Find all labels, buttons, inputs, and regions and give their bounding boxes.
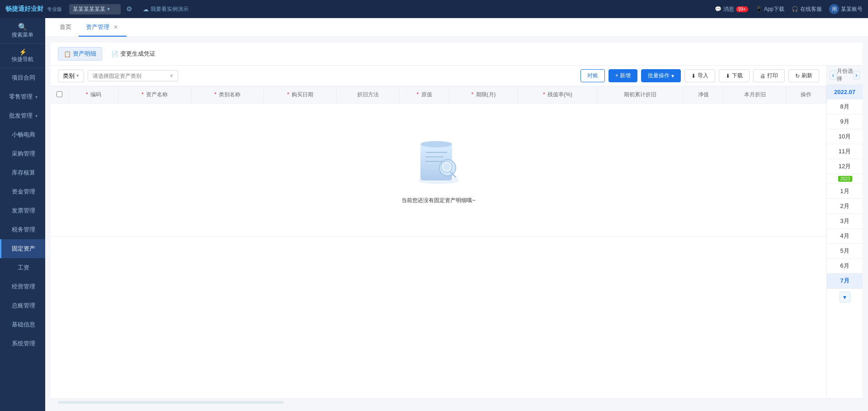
sidebar-item-project-contract[interactable]: 项目合同: [0, 68, 45, 87]
headset-icon: 🎧: [792, 6, 798, 12]
tab-close-btn[interactable]: ✕: [112, 24, 119, 31]
empty-state: 当前您还没有固定资产明细哦~: [54, 108, 823, 231]
empty-illustration: [407, 135, 470, 189]
company-name: 某某某某某某: [73, 5, 105, 13]
sidebar-item-tax-mgmt[interactable]: 税务管理: [0, 220, 45, 239]
table-header-row: * 编码 * 资产名称 *: [51, 86, 826, 104]
sub-tab-asset-detail[interactable]: 📋 资产明细: [58, 47, 102, 61]
th-accumulated-depreciation: 期初累计折旧: [597, 86, 684, 104]
month-panel: ‹ 月份选择 › 2022.07 8月 9月 10月 11月 12月: [826, 66, 863, 398]
select-all-checkbox[interactable]: [57, 91, 62, 97]
svg-point-3: [420, 141, 452, 147]
app-download-btn[interactable]: 📱 App下载: [755, 5, 784, 13]
sub-tab-change-voucher[interactable]: 📄 变更生成凭证: [106, 47, 161, 60]
month-prev-btn[interactable]: ‹: [830, 71, 837, 80]
th-net-value: 净值: [684, 86, 723, 104]
th-asset-name: * 资产名称: [118, 86, 191, 104]
sidebar-item-basic-info[interactable]: 基础信息: [0, 315, 45, 334]
month-item-1[interactable]: 1月: [827, 184, 863, 199]
month-item-10[interactable]: 10月: [827, 129, 863, 144]
th-purchase-date: * 购买日期: [264, 86, 336, 104]
messages-btn[interactable]: 💬 消息 99+: [715, 5, 748, 13]
chevron-icon: ▾: [35, 94, 38, 99]
online-service-btn[interactable]: 🎧 在线客服: [792, 5, 822, 13]
th-depreciation-method: 折旧方法: [336, 86, 399, 104]
demo-link[interactable]: ☁ 我要看实例演示: [143, 5, 189, 13]
top-bar-left: 畅捷通好业财 专业版 某某某某某某 ▾ ⚙ ☁ 我要看实例演示: [5, 4, 715, 14]
settings-icon[interactable]: ⚙: [126, 5, 132, 13]
month-item-11[interactable]: 11月: [827, 144, 863, 159]
th-checkbox: [51, 86, 69, 104]
svg-point-10: [443, 163, 450, 170]
month-item-3[interactable]: 3月: [827, 214, 863, 229]
chevron-down-icon: ▾: [671, 73, 674, 79]
month-panel-header: 月份选择: [837, 67, 853, 83]
refresh-icon: ↻: [795, 73, 800, 79]
month-item-5[interactable]: 5月: [827, 244, 863, 259]
refresh-button[interactable]: ↻ 刷新: [788, 69, 819, 82]
month-item-9[interactable]: 9月: [827, 114, 863, 129]
month-item-12[interactable]: 12月: [827, 159, 863, 174]
document-icon: 📄: [111, 51, 118, 57]
sidebar: 🔍 搜索菜单 ⚡ 快捷导航 项目合同 零售管理 ▾ 批发管理 ▾ 小畅电商 采购…: [0, 18, 45, 411]
download-button[interactable]: ⬇ 下载: [719, 69, 750, 82]
sidebar-item-wholesale-mgmt[interactable]: 批发管理 ▾: [0, 106, 45, 125]
sidebar-item-fund-mgmt[interactable]: 资金管理: [0, 182, 45, 201]
message-icon: 💬: [715, 6, 722, 12]
sidebar-item-salary[interactable]: 工资: [0, 258, 45, 277]
company-selector[interactable]: 某某某某某某 ▾: [69, 4, 121, 14]
sidebar-item-system-mgmt[interactable]: 系统管理: [0, 334, 45, 353]
asset-main: 类别 ▾ ▾ 对账: [51, 66, 826, 398]
sidebar-item-ledger-mgmt[interactable]: 总账管理: [0, 296, 45, 315]
sidebar-quick-nav[interactable]: ⚡ 快捷导航: [0, 44, 45, 68]
user-profile[interactable]: 用 某某账号: [829, 4, 863, 14]
download-icon: ⬇: [726, 73, 730, 79]
content-area: 首页 资产管理 ✕ 📋 资产明细 📄 变更生成凭证: [45, 18, 868, 411]
cloud-icon: ☁: [143, 6, 149, 13]
phone-icon: 📱: [755, 6, 762, 12]
sub-tab-bar: 📋 资产明细 📄 变更生成凭证: [51, 43, 863, 66]
month-down-btn[interactable]: ▾: [840, 292, 850, 302]
dropdown-icon: ▾: [170, 72, 173, 79]
month-item-6[interactable]: 6月: [827, 259, 863, 274]
th-current-depreciation: 本月折旧: [723, 86, 786, 104]
app-name: 畅捷通好业财: [5, 5, 43, 13]
th-operation: 操作: [786, 86, 826, 104]
print-icon: 🖨: [760, 73, 765, 79]
sidebar-item-ecommerce[interactable]: 小畅电商: [0, 125, 45, 144]
sidebar-search[interactable]: 🔍 搜索菜单: [0, 18, 45, 44]
top-bar: 畅捷通好业财 专业版 某某某某某某 ▾ ⚙ ☁ 我要看实例演示 💬 消息 99+…: [0, 0, 868, 18]
th-original-value: * 原值: [400, 86, 449, 104]
sidebar-item-purchase-mgmt[interactable]: 采购管理: [0, 144, 45, 163]
sidebar-item-fixed-assets[interactable]: 固定资产: [0, 239, 45, 258]
toolbar: 类别 ▾ ▾ 对账: [51, 66, 826, 86]
chevron-down-icon: ▾: [76, 73, 79, 79]
asset-page: 📋 资产明细 📄 变更生成凭证: [51, 43, 863, 406]
reconcile-button[interactable]: 对账: [580, 69, 605, 82]
month-item-2[interactable]: 2月: [827, 199, 863, 214]
sidebar-item-retail-mgmt[interactable]: 零售管理 ▾: [0, 87, 45, 106]
month-item-4[interactable]: 4月: [827, 229, 863, 244]
main-layout: 🔍 搜索菜单 ⚡ 快捷导航 项目合同 零售管理 ▾ 批发管理 ▾ 小畅电商 采购…: [0, 18, 868, 411]
tab-asset-mgmt[interactable]: 资产管理 ✕: [79, 19, 127, 37]
month-next-btn[interactable]: ›: [853, 71, 860, 80]
month-item-2023-start: 2023: [827, 174, 863, 184]
add-button[interactable]: + 新增: [609, 69, 637, 82]
print-button[interactable]: 🖨 打印: [753, 69, 785, 82]
tab-home[interactable]: 首页: [52, 19, 79, 37]
page-content: 📋 资产明细 📄 变更生成凭证: [45, 37, 868, 411]
sidebar-item-inventory[interactable]: 库存核算: [0, 163, 45, 182]
year-badge: 2023: [838, 176, 852, 182]
empty-text: 当前您还没有固定资产明细哦~: [401, 197, 475, 204]
th-residual-rate: * 残值率(%): [518, 86, 597, 104]
month-item-8[interactable]: 8月: [827, 99, 863, 114]
category-filter[interactable]: 类别 ▾: [58, 70, 84, 82]
import-button[interactable]: ⬇ 导入: [684, 69, 715, 82]
category-select-wrap[interactable]: ▾: [88, 70, 178, 81]
chevron-down-icon: ▾: [107, 6, 110, 12]
category-select-input[interactable]: [93, 73, 168, 79]
sidebar-item-business-mgmt[interactable]: 经营管理: [0, 277, 45, 296]
sidebar-item-invoice-mgmt[interactable]: 发票管理: [0, 201, 45, 220]
batch-button[interactable]: 批量操作 ▾: [641, 69, 681, 82]
month-item-7[interactable]: 7月: [827, 274, 863, 288]
